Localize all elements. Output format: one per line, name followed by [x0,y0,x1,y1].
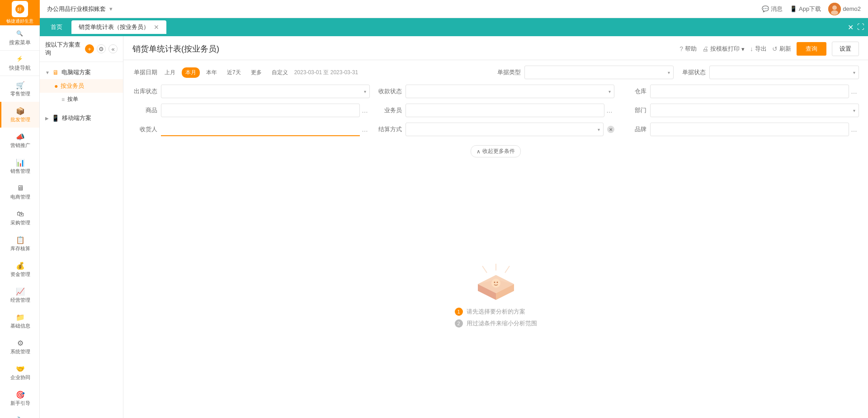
sidebar-item-finance[interactable]: 💰 资金管理 [0,256,39,282]
empty-illustration [469,257,523,302]
bill-status-dropdown[interactable]: ▾ [709,66,859,79]
tree-desktop-header[interactable]: ▼ 🖥 电脑端方案 [40,66,123,79]
filter-warehouse: 仓库 … [622,85,859,98]
help-btn[interactable]: ? 帮助 [679,45,697,53]
out-status-dropdown[interactable]: ▾ [161,85,370,98]
date-more[interactable]: 更多 [247,67,265,78]
tree-item-by-salesman[interactable]: ● 按业务员 [40,79,123,93]
page-actions: ? 帮助 🖨 按模板打印 ▾ ↓ 导出 ↺ [679,42,859,56]
computer-icon: 🖥 [52,69,59,76]
sales-icon: 📊 [16,158,25,167]
goods-input[interactable] [161,104,360,117]
topbar-dropdown-arrow[interactable]: ▾ [109,5,113,12]
sidebar-item-purchase[interactable]: 🛍 采购管理 [0,205,39,231]
brand-dots[interactable]: … [849,126,859,133]
date-range: 2023-03-01 至 2023-03-31 [294,69,358,76]
download-icon: 📱 [790,5,797,12]
search-menu-item[interactable]: 🔍 搜索菜单 [0,25,39,51]
date-custom[interactable]: 自定义 [268,67,292,78]
bill-status-label: 单据状态 [681,68,706,76]
receiver-dots[interactable]: … [360,126,370,133]
filter-receiver: 收货人 … [132,123,370,136]
sidebar-item-app-center[interactable]: 🔧 应用中心 [0,411,39,418]
collapse-more-btn[interactable]: ∧ 收起更多条件 [471,145,521,157]
tip-num-2: 2 [455,319,463,328]
sidebar-item-wholesale[interactable]: 📦 批发管理 [0,102,39,128]
print-btn[interactable]: 🖨 按模板打印 ▾ [702,45,745,53]
warehouse-dots[interactable]: … [849,88,859,95]
maximize-btn[interactable]: ⛶ [857,23,864,32]
settings-scheme-btn[interactable]: ⚙ [97,44,106,53]
sidebar-item-ecommerce[interactable]: 🖥 电商管理 [0,179,39,205]
receiver-input[interactable] [161,123,360,136]
close-window-btn[interactable]: ✕ [848,23,854,32]
out-status-input[interactable] [161,85,370,98]
payment-status-dropdown[interactable]: ▾ [406,85,614,98]
settlement-dropdown[interactable]: ▾ [406,123,604,136]
tip-text-2: 用过滤条件来缩小分析范围 [467,319,537,328]
quick-nav-item[interactable]: ⚡ 快捷导航 [0,51,39,76]
message-icon: 💬 [762,5,769,12]
sidebar-item-sales[interactable]: 📊 销售管理 [0,153,39,179]
sidebar-item-system[interactable]: ⚙ 系统管理 [0,334,39,360]
user-menu[interactable]: demo2 [828,3,861,15]
department-dropdown[interactable]: ▾ [650,104,859,117]
brand-input[interactable] [650,123,849,136]
basic-info-icon: 📁 [16,313,25,322]
date-last-month[interactable]: 上月 [161,67,179,78]
page-header: 销货单统计表(按业务员) ? 帮助 🖨 按模板打印 ▾ ↓ [123,36,868,60]
tabbar-actions: ✕ ⛶ [848,23,864,32]
tab-close-btn[interactable]: ✕ [154,24,159,31]
warehouse-input[interactable] [650,85,849,98]
sidebar-item-guide[interactable]: 🎯 新手引导 [0,385,39,411]
brand-control: … [650,123,859,136]
app-download-btn[interactable]: 📱 App下载 [790,5,821,13]
filter-department: 部门 ▾ [622,104,859,117]
message-btn[interactable]: 💬 消息 [762,5,783,13]
query-btn[interactable]: 查询 [797,42,826,56]
app-name: 畅捷通好生意 [6,18,33,24]
goods-dots[interactable]: … [360,107,370,114]
sidebar-item-retail[interactable]: 🛒 零售管理 [0,76,39,102]
collapse-row: ∧ 收起更多条件 [132,142,859,161]
tab-home[interactable]: 首页 [43,20,70,34]
department-input[interactable] [650,104,859,117]
bill-status-input[interactable] [709,66,859,79]
filter-payment-status: 收款状态 ▾ [377,85,614,98]
page-title-row: 销货单统计表(按业务员) ? 帮助 🖨 按模板打印 ▾ ↓ [132,42,859,56]
sidebar-item-marketing[interactable]: 📣 营销推广 [0,128,39,153]
bill-type-dropdown[interactable]: ▾ [524,66,674,79]
refresh-btn[interactable]: ↺ 刷新 [772,45,791,53]
filter-area: 单据日期 上月 本月 本年 近7天 更多 自定义 2023-03-01 至 20… [123,60,868,166]
filter-brand: 品牌 … [622,123,859,136]
settlement-clear-btn[interactable]: ✕ [607,126,614,133]
filter-out-status: 出库状态 ▾ [132,85,370,98]
add-scheme-btn[interactable]: + [85,44,94,53]
sidebar-item-cooperation[interactable]: 🤝 企业协同 [0,360,39,385]
date-this-year[interactable]: 本年 [203,67,221,78]
tree-mobile-header[interactable]: ▶ 📱 移动端方案 [40,111,123,125]
collapse-panel-btn[interactable]: « [108,44,118,53]
tip-num-1: 1 [455,308,463,316]
refresh-icon: ↺ [772,45,778,52]
sidebar-item-basic-info[interactable]: 📁 基础信息 [0,308,39,334]
topbar-left: 办公用品行业模拟账套 ▾ [47,5,113,13]
left-panel-title: 按以下方案查询 [45,41,85,57]
left-panel-actions: + ⚙ « [85,44,118,53]
tip-text-1: 请先选择要分析的方案 [467,308,525,316]
purchase-icon: 🛍 [16,209,25,218]
tab-sales-report[interactable]: 销货单统计表（按业务员） ✕ [71,20,166,34]
payment-status-input[interactable] [406,85,614,98]
date-this-month[interactable]: 本月 [182,67,200,78]
date-7days[interactable]: 近7天 [223,67,245,78]
settings-btn[interactable]: 设置 [832,42,859,56]
sidebar-item-inventory[interactable]: 📋 库存核算 [0,231,39,256]
export-btn[interactable]: ↓ 导出 [750,45,767,53]
salesman-input[interactable] [406,104,604,117]
bill-type-input[interactable] [524,66,674,79]
settlement-input[interactable] [406,123,604,136]
salesman-dots[interactable]: … [604,107,614,114]
sidebar-item-operations[interactable]: 📈 经营管理 [0,282,39,308]
system-icon: ⚙ [16,338,25,347]
tree-item-by-order[interactable]: ≡ 按单 [40,93,123,106]
